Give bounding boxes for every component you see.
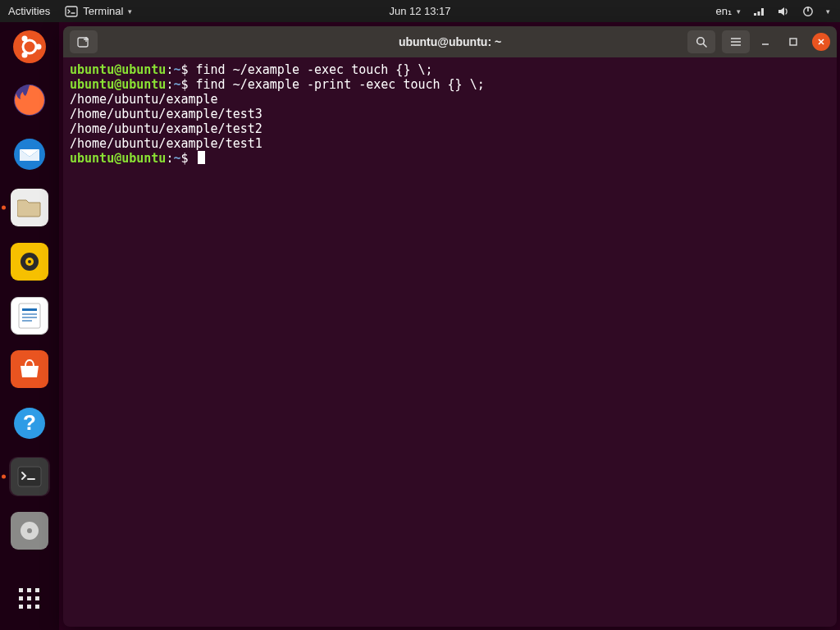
files-icon — [11, 189, 48, 226]
rhythmbox-icon — [11, 243, 48, 281]
svg-rect-17 — [22, 320, 32, 322]
svg-rect-23 — [19, 588, 23, 592]
chevron-down-icon: ▾ — [128, 7, 132, 16]
volume-icon[interactable] — [777, 5, 790, 18]
dock-item-ubuntu-software[interactable] — [9, 349, 50, 389]
close-button[interactable] — [812, 33, 830, 51]
dock-show-applications[interactable] — [9, 579, 50, 619]
libreoffice-writer-icon — [11, 297, 48, 335]
svg-rect-26 — [19, 596, 23, 600]
new-tab-button[interactable] — [70, 30, 98, 53]
firefox-icon — [11, 82, 48, 118]
maximize-button[interactable] — [784, 33, 802, 51]
ubuntu-software-icon — [11, 350, 48, 388]
window-title: ubuntu@ubuntu: ~ — [399, 35, 501, 48]
hamburger-icon — [729, 35, 742, 48]
input-lang-label: en₁ — [716, 5, 732, 17]
apps-grid-icon — [17, 587, 42, 611]
activities-label: Activities — [8, 5, 50, 17]
active-app-label: Terminal — [83, 5, 123, 17]
hamburger-menu-button[interactable] — [722, 30, 750, 53]
dock-item-disks[interactable] — [9, 511, 50, 550]
clock-button[interactable]: Jun 12 13:17 — [389, 5, 450, 17]
chevron-down-icon: ▾ — [737, 7, 741, 16]
dock-item-files[interactable] — [9, 189, 50, 228]
ubuntu-logo-icon — [11, 29, 48, 65]
search-button[interactable] — [687, 30, 715, 53]
datetime-label: Jun 12 13:17 — [389, 5, 450, 17]
svg-point-6 — [22, 35, 28, 41]
close-icon — [816, 37, 826, 47]
svg-rect-27 — [27, 596, 31, 600]
terminal-app-icon — [11, 458, 48, 495]
network-icon[interactable] — [752, 5, 765, 18]
svg-rect-13 — [19, 304, 40, 328]
svg-line-36 — [704, 44, 707, 48]
gnome-topbar: Activities Terminal ▾ Jun 12 13:17 en₁ ▾… — [0, 0, 840, 22]
svg-point-22 — [27, 528, 32, 533]
activities-button[interactable]: Activities — [8, 5, 50, 17]
window-titlebar[interactable]: ubuntu@ubuntu: ~ — [63, 26, 837, 57]
minimize-icon — [760, 37, 770, 47]
maximize-icon — [788, 37, 798, 47]
terminal-content[interactable]: ubuntu@ubuntu:~$ find ~/example -exec to… — [63, 57, 837, 627]
svg-text:?: ? — [23, 410, 36, 435]
svg-point-12 — [28, 260, 31, 263]
dock-item-rhythmbox[interactable] — [9, 242, 50, 281]
input-source-indicator[interactable]: en₁ ▾ — [716, 5, 741, 17]
svg-rect-31 — [35, 605, 39, 609]
dock-item-firefox[interactable] — [9, 81, 50, 121]
svg-rect-41 — [790, 39, 797, 45]
svg-rect-24 — [27, 588, 31, 592]
svg-rect-29 — [19, 605, 23, 609]
svg-rect-16 — [22, 317, 37, 318]
terminal-window: ubuntu@ubuntu: ~ ubuntu@ubuntu:~$ find ~… — [63, 26, 837, 627]
search-icon — [695, 35, 708, 48]
chevron-down-icon[interactable]: ▾ — [826, 7, 830, 16]
dock-item-writer[interactable] — [9, 296, 50, 336]
disks-icon — [11, 512, 48, 550]
svg-rect-14 — [22, 308, 37, 311]
terminal-icon — [65, 5, 78, 18]
dock-item-terminal[interactable] — [9, 457, 50, 496]
svg-point-7 — [22, 52, 28, 57]
active-app-menu[interactable]: Terminal ▾ — [65, 5, 132, 18]
dock-item-ubuntu[interactable] — [9, 27, 50, 66]
minimize-button[interactable] — [756, 33, 774, 51]
svg-point-5 — [36, 43, 42, 49]
svg-rect-15 — [22, 313, 37, 315]
dock-item-thunderbird[interactable] — [9, 135, 50, 174]
svg-rect-20 — [18, 467, 41, 486]
svg-rect-28 — [35, 596, 39, 600]
svg-rect-0 — [66, 7, 77, 16]
thunderbird-icon — [11, 136, 48, 172]
help-icon: ? — [11, 405, 48, 441]
ubuntu-dock: ? — [0, 22, 59, 630]
dock-item-help[interactable]: ? — [9, 404, 50, 443]
new-tab-icon — [76, 34, 91, 49]
power-icon[interactable] — [801, 5, 815, 18]
svg-rect-25 — [35, 588, 39, 592]
svg-rect-30 — [27, 605, 31, 609]
